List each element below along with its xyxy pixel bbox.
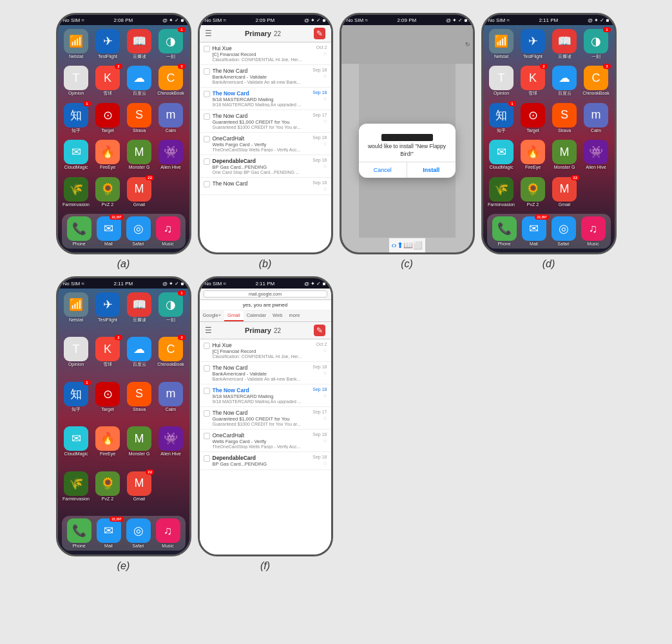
gmail-tab[interactable]: Gmail xyxy=(224,310,244,321)
email-star[interactable]: ☆ xyxy=(323,118,327,124)
app-icon[interactable]: C3ChinookBook xyxy=(157,337,186,379)
dock-app-icon[interactable]: ◎Safari xyxy=(126,216,151,246)
gmail-tab[interactable]: Web xyxy=(269,310,285,321)
gmail-email-checkbox[interactable] xyxy=(204,343,210,349)
hamburger-icon[interactable]: ☰ xyxy=(205,29,212,38)
email-item[interactable]: Hui Xue[C] Financial RecordClassificatio… xyxy=(200,43,331,65)
bookmarks-button[interactable]: 📖 xyxy=(403,241,413,250)
app-icon[interactable]: 知1知乎 xyxy=(62,382,91,424)
app-icon[interactable]: ◑1一刻 xyxy=(582,29,611,63)
email-item[interactable]: The Now CardGuaranteed $1,000 CREDIT for… xyxy=(200,110,331,133)
app-icon[interactable]: ☁百度云 xyxy=(125,66,154,100)
app-icon[interactable]: ⊙Target xyxy=(93,103,122,137)
email-checkbox[interactable] xyxy=(204,181,210,187)
app-icon[interactable] xyxy=(157,471,186,513)
email-star[interactable]: ☆ xyxy=(323,186,327,192)
app-icon[interactable]: ✉CloudMagic xyxy=(487,140,516,174)
app-icon[interactable]: 📶Netstat xyxy=(487,29,516,63)
email-checkbox[interactable] xyxy=(204,46,210,52)
app-icon[interactable]: 🌻PvZ 2 xyxy=(519,177,548,211)
dock-app-icon[interactable]: ◎Safari xyxy=(126,518,151,548)
app-icon[interactable]: 👾Alien Hive xyxy=(157,426,186,468)
app-icon[interactable]: 知1知乎 xyxy=(62,103,91,137)
gmail-email-checkbox[interactable] xyxy=(204,365,210,372)
app-icon[interactable]: ⊙Target xyxy=(93,382,122,424)
gmail-email-star[interactable]: ☆ xyxy=(323,370,327,376)
app-icon[interactable]: 🌻PvZ 2 xyxy=(93,177,122,211)
dock-app-icon[interactable]: ♫Music xyxy=(156,518,180,548)
email-star[interactable]: ☆ xyxy=(323,51,327,57)
email-item[interactable]: The Now Card9/18 MASTERCARD Mailing9/18 … xyxy=(200,88,331,110)
dock-app-icon[interactable]: ♫Music xyxy=(156,216,180,246)
dock-app-icon[interactable]: ◎Safari xyxy=(552,216,576,246)
app-icon[interactable]: ✈TestFlight xyxy=(519,29,548,63)
app-icon[interactable]: C3ChinookBook xyxy=(582,66,611,100)
dock-app-icon[interactable]: ✉22,397Mail xyxy=(97,518,121,548)
gmail-email-star[interactable]: ☆ xyxy=(323,460,327,466)
email-star[interactable]: ☆ xyxy=(323,96,327,102)
email-item[interactable]: The Now CardSep 16☆ xyxy=(200,178,331,195)
app-icon[interactable]: ✈TestFlight xyxy=(93,292,122,334)
gmail-email-star[interactable]: ☆ xyxy=(323,438,327,444)
gmail-tab[interactable]: more xyxy=(285,310,303,321)
email-item[interactable]: The Now CardBankAmericard - ValidateBank… xyxy=(200,65,331,88)
app-icon[interactable]: MMonster G xyxy=(125,140,154,174)
app-icon[interactable]: M22Gmail xyxy=(125,471,154,513)
cancel-button[interactable]: Cancel xyxy=(359,162,408,178)
app-icon[interactable]: 🔥FireEye xyxy=(93,140,122,174)
gmail-email-checkbox[interactable] xyxy=(204,433,210,439)
app-icon[interactable]: TOpinion xyxy=(62,337,91,379)
email-item[interactable]: DependableCardBP Gas Card...PENDINGOne C… xyxy=(200,155,331,178)
app-icon[interactable] xyxy=(582,177,611,211)
app-icon[interactable]: mCalm xyxy=(157,382,186,424)
install-button[interactable]: Install xyxy=(407,162,456,178)
app-icon[interactable]: ◑1一刻 xyxy=(157,29,186,63)
app-icon[interactable]: 👾Alien Hive xyxy=(157,140,186,174)
gmail-email-star[interactable]: ☆ xyxy=(323,393,327,399)
gmail-tab[interactable]: Calendar xyxy=(244,310,269,321)
app-icon[interactable]: TOpinion xyxy=(62,66,91,100)
app-icon[interactable]: MMonster G xyxy=(125,426,154,468)
app-icon[interactable]: 🌾Farminvasion xyxy=(487,177,516,211)
app-icon[interactable]: 🔥FireEye xyxy=(93,426,122,468)
app-icon[interactable]: K2雪球 xyxy=(93,337,122,379)
gmail-email-star[interactable]: ☆ xyxy=(323,348,327,354)
app-icon[interactable]: mCalm xyxy=(582,103,611,137)
app-icon[interactable]: TOpinion xyxy=(487,66,516,100)
app-icon[interactable]: ☁百度云 xyxy=(550,66,579,100)
email-checkbox[interactable] xyxy=(204,68,210,75)
gmail-tab[interactable]: Google+ xyxy=(200,310,225,321)
app-icon[interactable]: ☁百度云 xyxy=(125,337,154,379)
app-icon[interactable]: 🌾Farminvasion xyxy=(62,471,91,513)
dock-app-icon[interactable]: 📞Phone xyxy=(67,518,91,548)
app-icon[interactable]: 📶Netstat xyxy=(62,292,91,334)
gmail-email-checkbox[interactable] xyxy=(204,410,210,417)
gmail-email-item[interactable]: DependableCardBP Gas Card...PENDINGSep 1… xyxy=(200,452,331,470)
app-icon[interactable]: 📖豆瓣读 xyxy=(125,29,154,63)
dock-app-icon[interactable]: ✉22,397Mail xyxy=(522,216,546,246)
app-icon[interactable]: SStrava xyxy=(550,103,579,137)
app-icon[interactable]: MMonster G xyxy=(550,140,579,174)
app-icon[interactable]: 🌾Farminvasion xyxy=(62,177,91,211)
refresh-icon[interactable]: ↻ xyxy=(465,41,470,48)
app-icon[interactable]: ✉CloudMagic xyxy=(62,140,91,174)
share-button[interactable]: ⬆ xyxy=(397,241,403,250)
email-checkbox[interactable] xyxy=(204,136,210,142)
email-checkbox[interactable] xyxy=(204,113,210,120)
dock-app-icon[interactable]: ✉22,397Mail xyxy=(97,216,121,246)
compose-button[interactable]: ✎ xyxy=(314,28,325,39)
app-icon[interactable]: 知1知乎 xyxy=(487,103,516,137)
app-icon[interactable]: SStrava xyxy=(125,382,154,424)
app-icon[interactable]: SStrava xyxy=(125,103,154,137)
app-icon[interactable]: 👾Alien Hive xyxy=(582,140,611,174)
app-icon[interactable]: 📖豆瓣读 xyxy=(125,292,154,334)
gmail-email-item[interactable]: The Now CardGuaranteed $1,000 CREDIT for… xyxy=(200,407,331,430)
app-icon[interactable]: ⊙Target xyxy=(519,103,548,137)
gmail-email-item[interactable]: The Now CardBankAmericard - ValidateBank… xyxy=(200,362,331,384)
email-star[interactable]: ☆ xyxy=(323,73,327,79)
app-icon[interactable]: ◑1一刻 xyxy=(157,292,186,334)
app-icon[interactable]: M22Gmail xyxy=(550,177,579,211)
app-icon[interactable]: 📶Netstat xyxy=(62,29,91,63)
app-icon[interactable]: ✈TestFlight xyxy=(93,29,122,63)
gmail-email-item[interactable]: OneCardHaltWells Fargo Card - VerifyTheO… xyxy=(200,430,331,452)
